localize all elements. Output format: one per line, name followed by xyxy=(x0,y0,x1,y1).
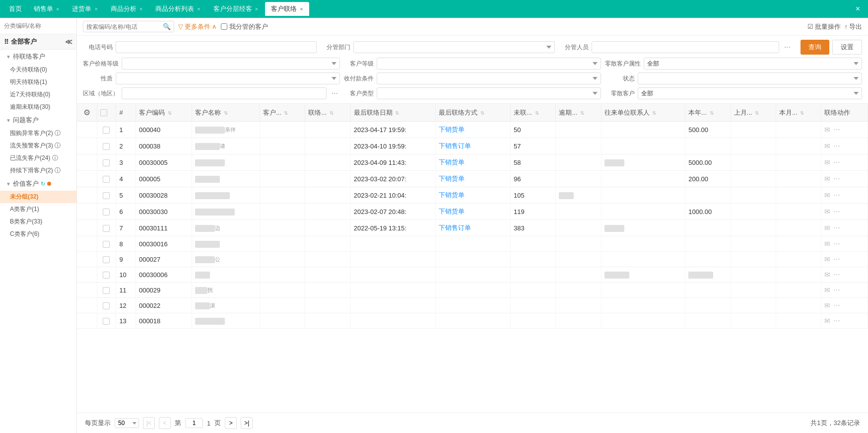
nav-tab-customer-tier[interactable]: 客户分层经客 × xyxy=(207,2,264,16)
action-more-icon-7[interactable]: ⋯ xyxy=(833,240,840,248)
select-retail-attr[interactable]: 全部 xyxy=(644,58,862,70)
sidebar-item-class-c[interactable]: C类客户(6) xyxy=(0,228,76,240)
row-checkbox-11[interactable] xyxy=(103,302,110,309)
select-payment[interactable] xyxy=(377,72,601,84)
search-icon[interactable]: 🔍 xyxy=(163,23,171,30)
row-checkbox-4[interactable] xyxy=(103,192,110,199)
action-chat-icon-0[interactable]: ✉ xyxy=(824,126,830,134)
sidebar-item-churn-warning[interactable]: 流失预警客户(3) ⓘ xyxy=(0,140,76,152)
sidebar-item-class-a[interactable]: A类客户(1) xyxy=(0,203,76,216)
row-checkbox-2[interactable] xyxy=(103,159,110,166)
sidebar-item-ungroup[interactable]: 未分组(32) xyxy=(0,191,76,203)
last-method-link[interactable]: 下销货单 xyxy=(439,175,465,182)
export-btn[interactable]: ↑ 导出 xyxy=(845,22,863,31)
action-more-icon-4[interactable]: ⋯ xyxy=(833,191,840,199)
action-chat-icon-2[interactable]: ✉ xyxy=(824,158,830,166)
action-chat-icon-7[interactable]: ✉ xyxy=(824,240,830,248)
select-price-level[interactable] xyxy=(122,58,340,70)
next-page-button[interactable]: > xyxy=(225,417,237,429)
nav-tab-analysis[interactable]: 商品分析 × xyxy=(105,2,148,16)
action-chat-icon-5[interactable]: ✉ xyxy=(824,208,830,216)
action-chat-icon-10[interactable]: ✉ xyxy=(824,286,830,294)
action-more-icon-3[interactable]: ⋯ xyxy=(833,175,840,183)
page-size-select[interactable]: 50 20 100 xyxy=(115,418,139,428)
nav-tab-analysis-list[interactable]: 商品分析列表 × xyxy=(149,2,206,16)
row-checkbox-3[interactable] xyxy=(103,176,110,183)
action-chat-icon-9[interactable]: ✉ xyxy=(824,271,830,279)
last-method-link[interactable]: 下销货单 xyxy=(439,191,465,199)
action-more-icon-8[interactable]: ⋯ xyxy=(833,255,840,263)
row-checkbox-5[interactable] xyxy=(103,209,110,216)
action-more-icon-6[interactable]: ⋯ xyxy=(833,224,840,232)
select-customer-type[interactable] xyxy=(377,87,601,99)
action-more-icon-0[interactable]: ⋯ xyxy=(833,126,840,134)
action-more-icon-2[interactable]: ⋯ xyxy=(833,158,840,166)
all-customers-header[interactable]: ⠿ 全部客户 ≪ xyxy=(0,34,76,50)
sidebar-item-today[interactable]: 今天待联络(0) xyxy=(0,64,76,76)
collapse-sidebar-icon[interactable]: ≪ xyxy=(65,38,72,46)
sidebar-item-hoarding[interactable]: 囤购异常客户(2) ⓘ xyxy=(0,127,76,140)
row-checkbox-10[interactable] xyxy=(103,287,110,294)
action-chat-icon-3[interactable]: ✉ xyxy=(824,175,830,183)
action-chat-icon-4[interactable]: ✉ xyxy=(824,191,830,199)
nav-tab-purchase[interactable]: 进货单 × xyxy=(66,2,103,16)
reset-button[interactable]: 设置 xyxy=(832,40,862,55)
nav-home[interactable]: 首页 xyxy=(4,4,27,13)
nav-tab-customer-tier-close[interactable]: × xyxy=(255,6,258,12)
batch-op-btn[interactable]: ☑ 批量操作 xyxy=(807,22,841,31)
action-chat-icon-8[interactable]: ✉ xyxy=(824,255,830,263)
nav-tab-sales[interactable]: 销售单 × xyxy=(28,2,65,16)
select-dept[interactable] xyxy=(353,41,554,53)
row-checkbox-12[interactable] xyxy=(103,318,110,325)
last-method-link[interactable]: 下销货单 xyxy=(439,126,465,133)
my-customers-checkbox[interactable]: 我分管的客户 xyxy=(221,22,268,31)
last-method-link[interactable]: 下销售订单 xyxy=(439,224,471,231)
row-checkbox-8[interactable] xyxy=(103,256,110,263)
action-more-icon-5[interactable]: ⋯ xyxy=(833,208,840,216)
row-checkbox-6[interactable] xyxy=(103,225,110,232)
sidebar-item-7days[interactable]: 近7天待联络(0) xyxy=(0,88,76,101)
sidebar-group-pending[interactable]: ▼ 待联络客户 xyxy=(0,50,76,64)
sidebar-item-tomorrow[interactable]: 明天待联络(1) xyxy=(0,76,76,88)
action-more-icon-9[interactable]: ⋯ xyxy=(833,271,840,279)
sidebar-item-class-b[interactable]: B类客户(33) xyxy=(0,216,76,228)
action-chat-icon-1[interactable]: ✉ xyxy=(824,142,830,150)
input-person[interactable] xyxy=(592,41,779,53)
input-region[interactable] xyxy=(122,87,327,99)
nav-tab-purchase-close[interactable]: × xyxy=(94,6,97,12)
sidebar-item-overdue[interactable]: 逾期未联络(30) xyxy=(0,101,76,113)
refresh-icon[interactable]: ↻ xyxy=(41,181,45,187)
select-all-checkbox[interactable] xyxy=(100,109,107,116)
input-phone[interactable] xyxy=(116,41,317,53)
prev-page-button[interactable]: < xyxy=(159,417,171,429)
my-customers-check[interactable] xyxy=(221,23,227,30)
action-chat-icon-12[interactable]: ✉ xyxy=(824,317,830,325)
last-method-link[interactable]: 下销售订单 xyxy=(439,142,471,149)
row-checkbox-9[interactable] xyxy=(103,272,110,279)
sidebar-item-declining[interactable]: 持续下滑客户(2) ⓘ xyxy=(0,164,76,177)
action-more-icon-10[interactable]: ⋯ xyxy=(833,286,840,294)
sidebar-group-value[interactable]: ▼ 价值客户 ↻ xyxy=(0,177,76,191)
action-more-icon-12[interactable]: ⋯ xyxy=(833,317,840,325)
row-checkbox-7[interactable] xyxy=(103,241,110,248)
query-button[interactable]: 查询 xyxy=(801,40,829,55)
region-dots[interactable]: ··· xyxy=(330,89,340,98)
row-checkbox-0[interactable] xyxy=(103,127,110,134)
action-more-icon-11[interactable]: ⋯ xyxy=(833,301,840,309)
action-chat-icon-6[interactable]: ✉ xyxy=(824,224,830,232)
nav-tab-sales-close[interactable]: × xyxy=(56,6,59,12)
last-method-link[interactable]: 下销货单 xyxy=(439,158,465,166)
last-method-link[interactable]: 下销货单 xyxy=(439,208,465,215)
action-more-icon-1[interactable]: ⋯ xyxy=(833,142,840,150)
nav-tab-analysis-close[interactable]: × xyxy=(139,6,142,12)
person-dots[interactable]: ··· xyxy=(782,43,793,52)
action-chat-icon-11[interactable]: ✉ xyxy=(824,301,830,309)
more-conditions-btn[interactable]: ▽ 更多条件 ∧ xyxy=(178,22,217,31)
sidebar-item-churned[interactable]: 已流失客户(24) ⓘ xyxy=(0,152,76,164)
select-retail[interactable]: 全部 xyxy=(638,87,862,99)
row-checkbox-1[interactable] xyxy=(103,143,110,150)
last-page-button[interactable]: >| xyxy=(241,417,253,429)
select-customer-level[interactable] xyxy=(377,58,601,70)
table-gear-icon[interactable]: ⚙ xyxy=(82,107,91,118)
nav-tab-analysis-list-close[interactable]: × xyxy=(197,6,200,12)
